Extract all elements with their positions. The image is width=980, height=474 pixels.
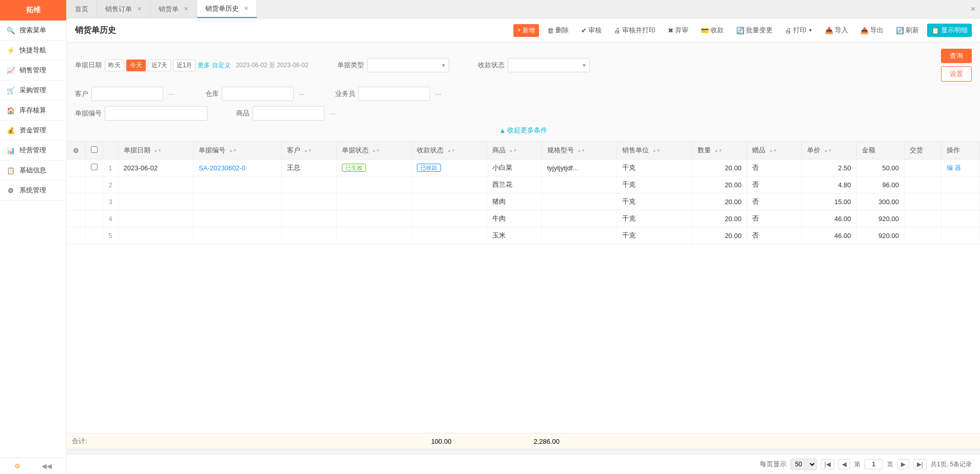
row-doc-num[interactable]	[194, 227, 282, 244]
col-doc-date[interactable]: 单据日期 ▲▼	[118, 142, 194, 160]
sidebar-item-operations-mgmt[interactable]: 📊 经营管理	[0, 141, 66, 161]
collapse-up-icon: ▲	[499, 127, 506, 134]
row-goods: 玉米	[487, 227, 542, 244]
col-unit-label: 销售单位	[622, 146, 649, 154]
row-gift: 否	[747, 160, 802, 176]
col-spec[interactable]: 规格型号 ▲▼	[542, 142, 617, 160]
row-customer	[282, 227, 337, 244]
sidebar-collapse-icon[interactable]: ◀◀	[42, 462, 52, 470]
salesman-ellipsis[interactable]: ···	[433, 90, 444, 98]
action-edit-link[interactable]: 编	[947, 164, 953, 171]
refresh-button[interactable]: 🔃 刷新	[892, 24, 923, 37]
page-last-button[interactable]: ▶|	[913, 459, 927, 469]
row-trade	[905, 176, 941, 193]
date-custom-link[interactable]: 自定义	[212, 61, 230, 70]
col-gear[interactable]: ⚙	[67, 142, 85, 160]
col-price[interactable]: 单价 ▲▼	[802, 142, 857, 160]
col-goods[interactable]: 商品 ▲▼	[487, 142, 542, 160]
filter-doc-num: 单据编号	[75, 106, 207, 121]
warehouse-input[interactable]	[222, 87, 294, 101]
query-button[interactable]: 查询	[941, 49, 972, 63]
review-print-button[interactable]: 🖨 审核并打印	[610, 24, 660, 37]
date-btn-1month[interactable]: 近1月	[173, 60, 196, 71]
sidebar-item-quick-nav[interactable]: ⚡ 快捷导航	[0, 41, 66, 61]
select-all-checkbox[interactable]	[91, 146, 98, 153]
tab-sales-history[interactable]: 销货单历史 ✕	[197, 0, 257, 18]
new-button[interactable]: + 新增	[513, 24, 539, 37]
action-more-link[interactable]: 器	[955, 164, 961, 171]
export-icon: 📤	[860, 27, 869, 34]
row-doc-num[interactable]: SA-20230602-0	[194, 160, 282, 176]
page-prev-button[interactable]: ◀	[838, 459, 850, 469]
goods-ellipsis[interactable]: ···	[328, 109, 338, 117]
sort-arrows-gift: ▲▼	[769, 148, 777, 153]
row-doc-num[interactable]	[194, 193, 282, 210]
tab-sales-delivery[interactable]: 销货单 ✕	[150, 0, 197, 18]
col-trade: 交货	[905, 142, 941, 160]
customer-ellipsis[interactable]: ···	[166, 90, 177, 98]
col-doc-num[interactable]: 单据编号 ▲▼	[194, 142, 282, 160]
batch-change-button[interactable]: 🔄 批量变更	[732, 24, 777, 37]
row-check[interactable]	[85, 193, 103, 210]
delete-button[interactable]: 🗑 删除	[543, 24, 573, 37]
horizontal-scrollbar[interactable]	[67, 449, 980, 454]
sidebar-item-inventory-calc[interactable]: 🏠 库存核算	[0, 101, 66, 121]
date-btn-today[interactable]: 今天	[126, 60, 146, 71]
sidebar-item-system-mgmt[interactable]: ⚙ 系统管理	[0, 181, 66, 201]
row-check[interactable]	[85, 227, 103, 244]
collapse-button[interactable]: ▲ 收起更多条件	[75, 126, 972, 135]
sidebar-item-basic-info[interactable]: 📋 基础信息	[0, 161, 66, 181]
set-button[interactable]: 设置	[941, 66, 972, 82]
show-detail-button[interactable]: 📋 显示明细	[927, 24, 972, 37]
review-button[interactable]: ✔ 审核	[577, 24, 606, 37]
date-more-link[interactable]: 更多	[198, 61, 210, 70]
goods-input[interactable]	[253, 106, 324, 121]
col-customer[interactable]: 客户 ▲▼	[282, 142, 337, 160]
row-action	[941, 193, 980, 210]
tab-sales-delivery-close[interactable]: ✕	[184, 6, 188, 12]
col-pay-status[interactable]: 收款状态 ▲▼	[412, 142, 487, 160]
export-button[interactable]: 📤 导出	[856, 24, 888, 37]
tab-sales-order[interactable]: 销售订单 ✕	[97, 0, 150, 18]
customer-input[interactable]	[91, 87, 163, 101]
date-btn-7days[interactable]: 近7天	[148, 60, 171, 71]
col-gift[interactable]: 赠品 ▲▼	[747, 142, 802, 160]
row-qty: 20.00	[692, 193, 747, 210]
page-number-input[interactable]	[864, 459, 883, 469]
page-first-button[interactable]: |◀	[821, 459, 834, 469]
sidebar-item-purchase-mgmt[interactable]: 🛒 采购管理	[0, 81, 66, 101]
delete-icon: 🗑	[547, 27, 554, 34]
row-action	[941, 227, 980, 244]
print-button[interactable]: 🖨 打印 ▼	[781, 24, 817, 37]
row-checkbox[interactable]	[91, 164, 98, 170]
row-check[interactable]	[85, 160, 103, 176]
tab-sales-history-close[interactable]: ✕	[244, 5, 248, 12]
col-doc-status[interactable]: 单据状态 ▲▼	[336, 142, 412, 160]
doc-type-select[interactable]	[367, 58, 449, 72]
date-btn-yesterday[interactable]: 昨天	[105, 60, 124, 71]
row-check[interactable]	[85, 210, 103, 227]
filter-goods: 商品 ···	[236, 106, 338, 121]
payment-status-select[interactable]	[508, 58, 590, 72]
sidebar-item-search-menu[interactable]: 🔍 搜索菜单	[0, 21, 66, 41]
page-size-select[interactable]: 50 100 200	[791, 459, 817, 470]
sidebar-item-sales-mgmt[interactable]: 📈 销售管理	[0, 61, 66, 81]
sidebar-settings-icon[interactable]: ⚙	[14, 462, 21, 470]
salesman-input[interactable]	[358, 87, 430, 101]
col-qty[interactable]: 数量 ▲▼	[692, 142, 747, 160]
tab-sales-order-close[interactable]: ✕	[137, 6, 142, 12]
col-unit[interactable]: 销售单位 ▲▼	[617, 142, 693, 160]
row-doc-num[interactable]	[194, 210, 282, 227]
row-check[interactable]	[85, 176, 103, 193]
warehouse-ellipsis[interactable]: ···	[297, 90, 307, 98]
page-next-button[interactable]: ▶	[897, 459, 909, 469]
import-button[interactable]: 📥 导入	[821, 24, 852, 37]
collect-button[interactable]: 💳 收款	[697, 24, 728, 37]
tab-bar-close-all[interactable]: ✕	[970, 5, 976, 13]
row-doc-num[interactable]	[194, 176, 282, 193]
tab-home[interactable]: 首页	[67, 0, 97, 18]
total-info: 共1页, 5条记录	[931, 460, 972, 469]
discard-button[interactable]: ✖ 弃审	[664, 24, 693, 37]
sidebar-item-finance-mgmt[interactable]: 💰 资金管理	[0, 121, 66, 141]
doc-num-input[interactable]	[105, 106, 207, 121]
